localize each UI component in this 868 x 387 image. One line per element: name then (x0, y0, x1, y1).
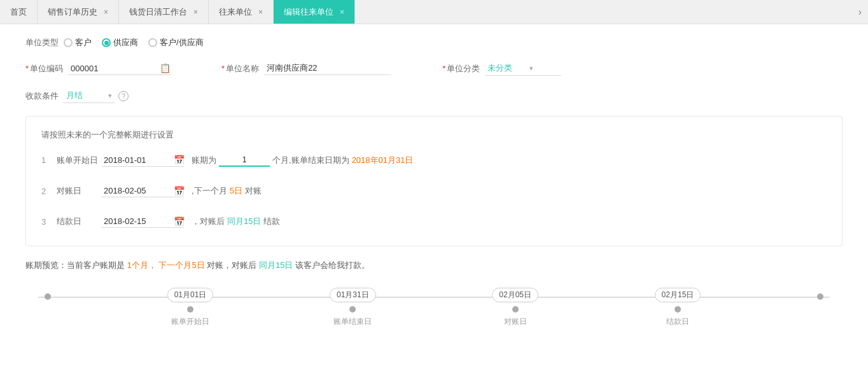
billing-row-2-date-field[interactable] (101, 185, 171, 197)
tab-sales-history-close[interactable]: × (104, 8, 108, 17)
billing-row-3-suffix: ，对账后 同月15日 结款 (192, 216, 280, 227)
billing-row-3-number: 3 (41, 217, 57, 227)
billing-row-3-date-input: 📅 (101, 215, 184, 228)
timeline-badge-4: 02月15日 (655, 288, 701, 302)
radio-both-circle (148, 38, 157, 47)
unit-category-value: 未分类 (487, 62, 526, 74)
payment-terms-help-icon[interactable]: ? (118, 91, 129, 101)
preview-part5: 该客户会给我打款。 (295, 260, 370, 270)
unit-name-group: * 单位名称 (221, 62, 391, 75)
preview-part1: 1个月， (127, 260, 157, 270)
billing-row-1-highlight: 2018年01月31日 (352, 155, 414, 166)
preview-label: 账期预览：当前客户账期是 (25, 260, 125, 270)
unit-info-row: * 单位编码 📋 * 单位名称 * 单位分类 未分类 ▾ (25, 61, 843, 76)
unit-name-required: * (221, 64, 225, 73)
payment-terms-value: 月结 (66, 90, 104, 101)
timeline-nodes: 01月01日 账单开始日 01月31日 账单结束日 02月05日 对账日 02月… (45, 288, 823, 327)
timeline-badge-3: 02月05日 (492, 288, 538, 302)
preview-part3: 对账，对账后 (207, 260, 256, 270)
unit-category-label: 单位分类 (447, 63, 480, 74)
billing-row-3-label: 结款日 (57, 216, 101, 227)
timeline-label-4: 结款日 (666, 316, 689, 327)
timeline-start-dot (45, 293, 51, 300)
timeline-end-circle (817, 293, 823, 300)
period-input[interactable] (219, 153, 270, 167)
tab-home-label: 首页 (10, 6, 27, 18)
billing-row-1-date-input: 📅 (101, 154, 184, 167)
billing-row-1-number: 1 (41, 155, 57, 165)
preview-part2: 下一个月5日 (158, 260, 204, 270)
tab-partner[interactable]: 往来单位 × (209, 0, 274, 24)
payment-terms-select[interactable]: 月结 ▾ (64, 88, 115, 103)
radio-customer-label: 客户 (75, 37, 92, 48)
tab-partner-close[interactable]: × (258, 8, 263, 17)
billing-row-1-date-field[interactable] (101, 154, 171, 166)
radio-supplier-circle (102, 38, 111, 47)
radio-supplier-label: 供应商 (113, 37, 138, 48)
radio-both[interactable]: 客户/供应商 (148, 37, 204, 48)
timeline-label-2: 账单结束日 (333, 316, 372, 327)
billing-row-3-highlight: 同月15日 (227, 216, 261, 227)
unit-code-calendar-icon[interactable]: 📋 (160, 63, 171, 73)
billing-row-1-suffix: 账期为 个月,账单结束日期为 2018年01月31日 (192, 153, 413, 167)
unit-category-group: * 单位分类 未分类 ▾ (442, 61, 561, 76)
timeline-dot-2 (349, 306, 356, 313)
unit-code-input[interactable] (68, 62, 157, 74)
radio-both-label: 客户/供应商 (160, 37, 204, 48)
billing-row-2-calendar-icon[interactable]: 📅 (174, 186, 185, 196)
billing-row-1-label: 账单开始日 (57, 155, 101, 166)
tab-edit-partner-label: 编辑往来单位 (284, 6, 333, 18)
radio-supplier[interactable]: 供应商 (102, 37, 138, 48)
tab-edit-partner-close[interactable]: × (340, 8, 344, 17)
timeline-badge-2: 01月31日 (330, 288, 376, 302)
unit-code-input-wrapper: 📋 (68, 62, 171, 75)
billing-row-2-suffix: ,下一个月 5日 对账 (192, 185, 262, 197)
billing-row-2-number: 2 (41, 186, 57, 196)
unit-category-dropdown-icon: ▾ (529, 64, 533, 73)
unit-code-label: 单位编码 (30, 63, 63, 74)
billing-row-2-label: 对账日 (57, 185, 101, 197)
tab-sales-history-label: 销售订单历史 (48, 6, 97, 18)
timeline-node-4: 02月15日 结款日 (655, 288, 701, 327)
tab-edit-partner[interactable]: 编辑往来单位 × (274, 0, 355, 24)
billing-row-2-suffix-after: 对账 (245, 185, 262, 197)
unit-type-radio-group: 客户 供应商 客户/供应商 (64, 37, 204, 48)
unit-category-select[interactable]: 未分类 ▾ (485, 61, 561, 76)
main-content: 单位类型 客户 供应商 客户/供应商 * 单位编码 (0, 24, 868, 387)
tab-sales-history[interactable]: 销售订单历史 × (38, 0, 119, 24)
billing-row-1: 1 账单开始日 📅 账期为 个月,账单结束日期为 2018年01月31日 (41, 153, 827, 167)
timeline-node-2: 01月31日 账单结束日 (330, 288, 376, 327)
timeline-end-dot (817, 293, 823, 300)
billing-row-1-calendar-icon[interactable]: 📅 (174, 155, 185, 165)
billing-row-2-suffix-before: ,下一个月 (192, 185, 227, 197)
radio-customer[interactable]: 客户 (64, 37, 92, 48)
billing-row-1-suffix-before: 账期为 (192, 155, 216, 166)
timeline-badge-1: 01月01日 (167, 288, 214, 302)
billing-row-1-suffix-after: 个月,账单结束日期为 (272, 155, 349, 166)
tab-cash-work-close[interactable]: × (193, 8, 198, 17)
billing-row-3-date-field[interactable] (101, 215, 171, 227)
tabs-bar: 首页 销售订单历史 × 钱货日清工作台 × 往来单位 × 编辑往来单位 × › (0, 0, 868, 24)
tab-home[interactable]: 首页 (0, 0, 38, 24)
preview-section: 账期预览：当前客户账期是 1个月， 下一个月5日 对账，对账后 同月15日 该客… (25, 259, 843, 272)
timeline-container: 01月01日 账单开始日 01月31日 账单结束日 02月05日 对账日 02月… (25, 288, 843, 327)
timeline-dot-1 (187, 306, 193, 313)
timeline-label-3: 对账日 (504, 316, 527, 327)
billing-row-3-suffix-after: 结款 (263, 216, 280, 227)
radio-customer-circle (64, 38, 73, 47)
billing-row-3-calendar-icon[interactable]: 📅 (174, 216, 185, 227)
timeline-dot-3 (512, 306, 519, 313)
payment-terms-row: 收款条件 月结 ▾ ? (25, 88, 843, 103)
payment-terms-dropdown-icon: ▾ (108, 92, 112, 100)
unit-code-group: * 单位编码 📋 (25, 62, 171, 75)
timeline-node-3: 02月05日 对账日 (492, 288, 538, 327)
card-title: 请按照未来的一个完整帐期进行设置 (41, 129, 827, 141)
unit-name-input[interactable] (264, 62, 391, 75)
timeline-node-1: 01月01日 账单开始日 (167, 288, 214, 327)
unit-category-required: * (442, 64, 445, 73)
preview-part4: 同月15日 (259, 260, 293, 270)
tab-cash-work[interactable]: 钱货日清工作台 × (119, 0, 209, 24)
unit-type-label: 单位类型 (25, 37, 59, 48)
unit-code-required: * (25, 64, 29, 73)
tab-more-button[interactable]: › (852, 0, 868, 24)
